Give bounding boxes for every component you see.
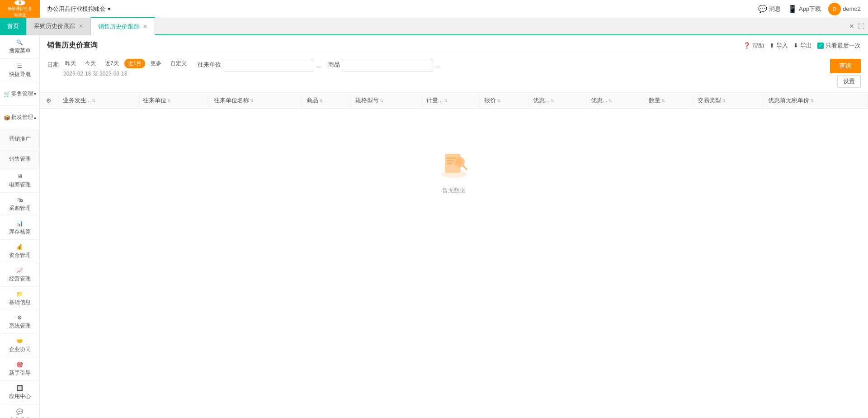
checkbox-icon: ✓ [817, 43, 824, 49]
export-label: 导出 [800, 42, 812, 50]
sidebar-item-label: 批发管理 [11, 114, 33, 121]
th-spec[interactable]: 规格型号⇅ [351, 93, 422, 109]
sidebar-item-finance-mgmt[interactable]: 💰 资金管理 [0, 240, 39, 263]
sidebar-item-enterprise-wechat[interactable]: 💬 企业微信 [0, 404, 39, 418]
message-icon: 💬 [758, 5, 767, 13]
sidebar-item-label: 基础信息 [9, 299, 31, 306]
app-center-icon: 🔲 [16, 385, 23, 391]
logo-area: 6 畅捷通好生意 标准版 [0, 0, 40, 18]
content-area: 销售历史价查询 ❓ 帮助 ⬆ 导入 ⬇ 导出 ✓ 只看最后一次 [40, 35, 868, 418]
tab-bar-actions: ✕ ⛶ [849, 23, 868, 30]
th-product[interactable]: 商品⇅ [302, 93, 351, 109]
download-icon: 📱 [788, 5, 797, 13]
sidebar-item-purchase-mgmt[interactable]: 🛍 采购管理 [0, 193, 39, 216]
sidebar-item-app-center[interactable]: 🔲 应用中心 [0, 381, 39, 404]
chevron-down-icon: ▾ [34, 91, 36, 96]
date-option-more[interactable]: 更多 [147, 59, 165, 68]
gear-icon: ⚙ [46, 97, 52, 104]
sidebar-item-label: 库存核算 [9, 228, 31, 236]
sort-icon: ⇅ [167, 98, 171, 103]
import-btn[interactable]: ⬆ 导入 [769, 42, 788, 50]
header-left: 6 畅捷通好生意 标准版 办公用品行业模拟账套 ▾ [0, 0, 114, 18]
message-label: 消息 [769, 5, 781, 13]
sidebar-item-label: 采购管理 [9, 204, 31, 212]
th-discount2[interactable]: 优惠...⇅ [586, 93, 644, 109]
tab-home[interactable]: 首页 [0, 18, 27, 35]
sidebar-item-wholesale-mgmt[interactable]: 📦 批发管理 ▴ [0, 106, 39, 129]
help-btn[interactable]: ❓ 帮助 [743, 42, 764, 50]
sidebar-item-label: 快捷导航 [9, 71, 31, 78]
collab-icon: 🤝 [16, 338, 23, 344]
th-partner-name[interactable]: 往来单位名称⇅ [209, 93, 302, 109]
th-unit[interactable]: 计量...⇅ [421, 93, 479, 109]
tab-sales-history[interactable]: 销售历史价跟踪 ✕ [91, 17, 155, 35]
sidebar-item-enterprise-collab[interactable]: 🤝 企业协同 [0, 334, 39, 357]
help-label: 帮助 [752, 42, 764, 50]
th-trade-type[interactable]: 交易类型⇅ [693, 93, 764, 109]
sort-icon: ⇅ [810, 98, 814, 103]
filter-bar: 日期 昨天 今天 近7天 近1月 更多 自定义 2023-02-18 至 202… [40, 54, 868, 93]
date-option-today[interactable]: 今天 [81, 59, 99, 68]
date-option-custom[interactable]: 自定义 [167, 59, 190, 68]
close-all-icon[interactable]: ✕ [849, 23, 854, 30]
sidebar-item-sales-mgmt[interactable]: 销售管理 [0, 149, 39, 169]
sidebar: 🔍 搜索菜单 ☰ 快捷导航 🛒 零售管理 ▾ 📦 批发管理 ▴ 营销推广 销售管… [0, 35, 40, 418]
th-discount1[interactable]: 优惠...⇅ [528, 93, 586, 109]
page-title: 销售历史价查询 [47, 41, 98, 50]
app-download-btn[interactable]: 📱 App下载 [788, 5, 821, 13]
date-option-yesterday[interactable]: 昨天 [61, 59, 80, 68]
th-quantity[interactable]: 数量⇅ [644, 93, 693, 109]
inventory-icon: 📊 [16, 220, 23, 227]
sidebar-item-ecommerce-mgmt[interactable]: 🖥 电商管理 [0, 169, 39, 193]
only-latest-checkbox[interactable]: ✓ 只看最后一次 [817, 42, 861, 50]
sidebar-item-inventory[interactable]: 📊 库存核算 [0, 216, 39, 240]
sidebar-item-ops-mgmt[interactable]: 📈 经营管理 [0, 263, 39, 287]
query-button[interactable]: 查询 [830, 59, 861, 73]
sidebar-item-search-menu[interactable]: 🔍 搜索菜单 [0, 35, 39, 59]
th-partner-code[interactable]: 往来单位⇅ [138, 93, 209, 109]
sidebar-item-basic-info[interactable]: 📁 基础信息 [0, 287, 39, 310]
sidebar-item-label: 应用中心 [9, 393, 31, 400]
th-pre-tax-price[interactable]: 优惠前无税单价⇅ [764, 93, 868, 109]
product-dots-btn[interactable]: ... [435, 62, 440, 69]
tab-purchase-history-close[interactable]: ✕ [79, 23, 83, 29]
partner-input-group: ... [224, 59, 321, 71]
app-selector[interactable]: 办公用品行业模拟账套 ▾ [43, 3, 114, 15]
wechat-icon: 💬 [16, 408, 23, 415]
sidebar-item-system-mgmt[interactable]: ⚙ 系统管理 [0, 310, 39, 334]
avatar: D [828, 3, 841, 15]
table-header-row: ⚙ 业务发生...⇅ 往来单位⇅ 往来单位名称⇅ 商品⇅ [40, 93, 868, 109]
partner-input[interactable] [224, 59, 314, 71]
ops-icon: 📈 [16, 267, 23, 274]
sidebar-item-marketing[interactable]: 营销推广 [0, 129, 39, 149]
sidebar-item-retail-mgmt[interactable]: 🛒 零售管理 ▾ [0, 82, 39, 106]
partner-filter-label: 往来单位 [198, 59, 221, 69]
date-filter-label: 日期 [47, 59, 59, 69]
sidebar-item-quick-nav[interactable]: ☰ 快捷导航 [0, 59, 39, 82]
message-btn[interactable]: 💬 消息 [758, 5, 781, 13]
th-quoted-price[interactable]: 报价⇅ [480, 93, 528, 109]
date-option-last7[interactable]: 近7天 [101, 59, 123, 68]
header-right: 💬 消息 📱 App下载 D demo2 [758, 3, 861, 15]
product-input[interactable] [343, 59, 433, 71]
svg-rect-4 [447, 163, 452, 164]
th-biz-date[interactable]: 业务发生...⇅ [58, 93, 138, 109]
sort-icon: ⇅ [319, 98, 323, 103]
page-actions: ❓ 帮助 ⬆ 导入 ⬇ 导出 ✓ 只看最后一次 [743, 42, 861, 50]
expand-icon[interactable]: ⛶ [858, 23, 864, 30]
partner-dots-btn[interactable]: ... [316, 62, 321, 69]
sidebar-item-new-guide[interactable]: 🎯 新手引导 [0, 357, 39, 381]
logo-text: 畅捷通好生意 [8, 6, 32, 12]
export-btn[interactable]: ⬇ 导出 [793, 42, 812, 50]
settings-button[interactable]: 设置 [837, 75, 861, 88]
empty-state: 暂无数据 [40, 109, 868, 231]
tab-sales-history-close[interactable]: ✕ [143, 24, 147, 30]
th-gear[interactable]: ⚙ [40, 93, 58, 109]
user-area[interactable]: D demo2 [828, 3, 861, 15]
product-input-group: ... [343, 59, 440, 71]
tab-purchase-history[interactable]: 采购历史价跟踪 ✕ [27, 18, 91, 35]
help-icon: ❓ [743, 42, 750, 49]
sort-icon: ⇅ [551, 98, 554, 103]
date-option-last1m[interactable]: 近1月 [124, 59, 146, 68]
finance-icon: 💰 [16, 244, 23, 250]
